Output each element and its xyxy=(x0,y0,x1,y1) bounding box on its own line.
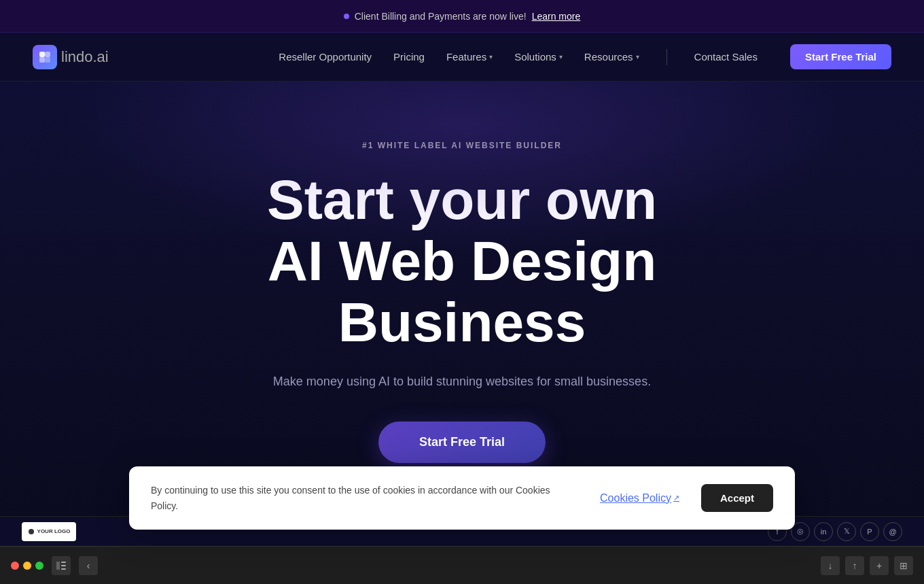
svg-rect-5 xyxy=(56,562,60,570)
svg-rect-0 xyxy=(39,52,45,57)
back-icon[interactable]: ‹ xyxy=(79,556,98,575)
nav-resources[interactable]: Resources ▾ xyxy=(584,51,639,63)
hero-subtitle: Make money using AI to build stunning we… xyxy=(273,372,651,392)
svg-rect-1 xyxy=(45,52,50,57)
nav-pricing[interactable]: Pricing xyxy=(393,51,425,63)
svg-rect-8 xyxy=(61,568,66,570)
cookie-text: By continuing to use this site you conse… xyxy=(151,483,578,513)
svg-rect-3 xyxy=(45,57,50,63)
hero-cta-button[interactable]: Start Free Trial xyxy=(378,422,546,463)
browser-nav-icons: ‹ xyxy=(79,556,98,575)
resources-chevron-icon: ▾ xyxy=(636,53,639,61)
nav-features[interactable]: Features ▾ xyxy=(446,51,493,63)
sidebar-toggle-icon[interactable] xyxy=(52,556,71,575)
browser-actions: ↓ ↑ + ⊞ xyxy=(821,556,913,575)
svg-rect-7 xyxy=(61,565,66,566)
cookie-policy-link[interactable]: Cookies Policy ↗ xyxy=(600,492,679,504)
maximize-window-button[interactable] xyxy=(35,562,43,570)
logo[interactable]: lindo.ai xyxy=(33,45,109,69)
nav-reseller[interactable]: Reseller Opportunity xyxy=(279,51,372,63)
footer-logo-placeholder: YOUR LOGO xyxy=(22,522,76,541)
hero-tag: #1 WHITE LABEL AI WEBSITE BUILDER xyxy=(362,141,562,150)
minimize-window-button[interactable] xyxy=(23,562,31,570)
external-link-icon: ↗ xyxy=(673,494,679,502)
browser-bar: ‹ ↓ ↑ + ⊞ xyxy=(0,546,924,584)
solutions-chevron-icon: ▾ xyxy=(559,53,563,61)
learn-more-link[interactable]: Learn more xyxy=(532,11,581,22)
email-icon[interactable]: @ xyxy=(883,522,902,541)
grid-icon[interactable]: ⊞ xyxy=(894,556,913,575)
announcement-text: Client Billing and Payments are now live… xyxy=(355,11,527,22)
nav-contact-sales[interactable]: Contact Sales xyxy=(694,51,758,63)
nav-solutions[interactable]: Solutions ▾ xyxy=(514,51,563,63)
share-icon[interactable]: ↑ xyxy=(845,556,864,575)
nav-divider xyxy=(667,49,667,65)
download-icon[interactable]: ↓ xyxy=(821,556,840,575)
cookie-accept-button[interactable]: Accept xyxy=(701,484,773,512)
svg-rect-6 xyxy=(61,562,66,563)
logo-wordmark: lindo.ai xyxy=(61,48,109,66)
nav-links: Reseller Opportunity Pricing Features ▾ … xyxy=(279,44,891,69)
add-tab-icon[interactable]: + xyxy=(870,556,889,575)
pinterest-icon[interactable]: P xyxy=(860,522,879,541)
navbar: lindo.ai Reseller Opportunity Pricing Fe… xyxy=(0,33,924,82)
cookie-banner: By continuing to use this site you conse… xyxy=(129,466,795,530)
svg-point-4 xyxy=(29,529,34,534)
nav-cta-button[interactable]: Start Free Trial xyxy=(790,44,891,69)
twitter-icon[interactable]: 𝕏 xyxy=(837,522,856,541)
footer-logo-area: YOUR LOGO xyxy=(22,522,76,541)
hero-section: #1 WHITE LABEL AI WEBSITE BUILDER Start … xyxy=(0,82,924,530)
features-chevron-icon: ▾ xyxy=(489,53,493,61)
svg-rect-2 xyxy=(39,57,45,63)
announcement-dot xyxy=(344,14,349,19)
linkedin-icon[interactable]: in xyxy=(814,522,833,541)
hero-title: Start your own AI Web Design Business xyxy=(156,169,768,354)
browser-traffic-lights xyxy=(11,562,43,570)
close-window-button[interactable] xyxy=(11,562,19,570)
logo-icon xyxy=(33,45,57,69)
announcement-bar: Client Billing and Payments are now live… xyxy=(0,0,924,33)
